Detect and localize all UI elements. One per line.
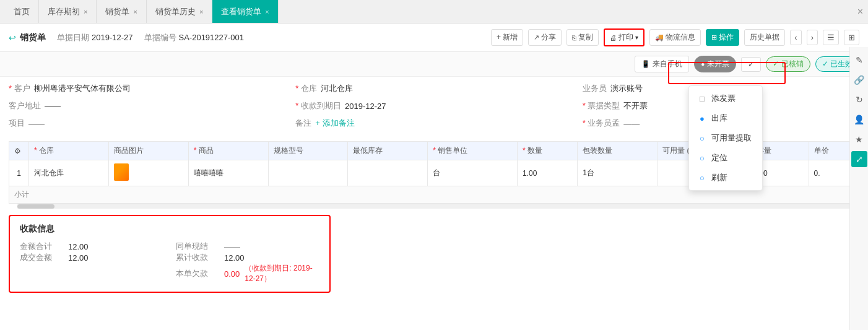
close-tab-inventory-init[interactable]: × <box>84 8 87 15</box>
main-content: ↩ 销货单 单据日期 2019-12-27 单据编号 SA-20191227-0… <box>0 24 868 330</box>
close-window[interactable]: × <box>857 6 863 17</box>
row-spec <box>268 160 348 186</box>
address-label: 客户地址 <box>9 100 41 111</box>
logistics-button[interactable]: 🚚 物流信息 <box>649 29 701 46</box>
not-open-button[interactable]: ● 未开票 <box>694 56 736 72</box>
row-package-qty: 1台 <box>578 160 658 186</box>
from-mobile-button[interactable]: 📱 来自手机 <box>635 56 689 72</box>
dropdown-available-qty[interactable]: ○ 可用量提取 <box>689 128 762 148</box>
staff-value: 演示账号 <box>610 83 643 94</box>
copy-button[interactable]: ⎘ 复制 <box>566 29 599 46</box>
user-circle-icon-btn[interactable]: 👤 <box>851 111 867 128</box>
doc-date-field: 单据日期 2019-12-27 <box>57 32 133 43</box>
close-tab-sales-history[interactable]: × <box>199 8 203 15</box>
payment-date-value: 2019-12-27 <box>345 102 386 111</box>
payment-total-value: 12.00 <box>68 242 89 251</box>
project-label: 项目 <box>9 118 25 129</box>
remark-field: 备注 + 添加备注 <box>295 118 572 129</box>
share-button[interactable]: ↗ 分享 <box>528 29 562 46</box>
dropdown-refresh[interactable]: ○ 刷新 <box>689 168 762 188</box>
row-min-stock <box>348 160 428 186</box>
status-row: 📱 来自手机 ● 未开票 ✓ ✓ 已核销 ✓ 已生效 <box>0 52 868 77</box>
refresh-circle-icon-btn[interactable]: ↻ <box>851 92 867 108</box>
available-qty-icon: ○ <box>698 134 706 142</box>
view-grid-button[interactable]: ⊞ <box>844 30 859 45</box>
payment-cumulative-row: 累计收款 12.00 <box>176 252 319 263</box>
product-thumbnail <box>114 163 129 181</box>
tab-home[interactable]: 首页 <box>5 0 39 23</box>
payment-deal-value: 12.00 <box>68 253 89 263</box>
payment-box: 收款信息 金额合计 12.00 成交金额 12.00 同单现结 —— <box>9 215 331 293</box>
view-list-button[interactable]: ☰ <box>823 30 839 45</box>
row-index: 1 <box>9 160 29 186</box>
salesperson-label: 业务员孟 <box>583 118 620 129</box>
close-tab-view-sales-order[interactable]: × <box>265 8 269 15</box>
close-tab-sales-order[interactable]: × <box>133 8 137 15</box>
tab-inventory-init[interactable]: 库存期初 × <box>39 0 97 23</box>
scroll-indicator[interactable] <box>17 204 851 209</box>
doc-header: ↩ 销货单 单据日期 2019-12-27 单据编号 SA-20191227-0… <box>0 24 868 52</box>
operation-dropdown: □ 添发票 ● 出库 ○ 可用量提取 ○ 定位 ○ 刷新 <box>688 85 763 191</box>
doc-number-field: 单据编号 SA-20191227-001 <box>144 32 245 43</box>
payment-owed-value: 0.00 <box>224 269 240 279</box>
project-value: —— <box>28 119 45 128</box>
tab-bar: 首页 库存期初 × 销货单 × 销货单历史 × 查看销货单 × × <box>0 0 868 24</box>
ticket-type-value: 不开票 <box>623 100 648 111</box>
edit-icon-btn[interactable]: ✎ <box>851 52 867 68</box>
salesperson-value: —— <box>623 119 640 128</box>
operation-button[interactable]: ⊞ 操作 <box>706 29 739 46</box>
row-unit: 台 <box>428 160 518 186</box>
history-button[interactable]: 历史单据 <box>744 29 785 46</box>
payment-deal-label: 成交金额 <box>20 252 63 263</box>
dropdown-available-qty-label: 可用量提取 <box>711 132 752 144</box>
dropdown-locate-label: 定位 <box>711 152 727 163</box>
star-icon-btn[interactable]: ★ <box>851 131 867 147</box>
payment-same-order-row: 同单现结 —— <box>176 241 319 252</box>
outbound-icon: ● <box>698 114 706 123</box>
tab-view-sales-order[interactable]: 查看销货单 × <box>212 0 278 23</box>
print-button[interactable]: 🖨 打印 ▾ <box>604 28 644 46</box>
nav-next-button[interactable]: › <box>807 30 818 45</box>
doc-date-value: 2019-12-27 <box>92 33 133 42</box>
expand-icon-btn[interactable]: ⤢ <box>851 151 867 167</box>
col-unit: 销售单位 <box>428 142 518 160</box>
dropdown-refresh-label: 刷新 <box>711 172 727 183</box>
check-button[interactable]: ✓ <box>741 57 761 72</box>
col-package-qty: 包装数量 <box>578 142 658 160</box>
new-button[interactable]: + 新增 <box>491 29 523 46</box>
row-warehouse: 河北仓库 <box>29 160 109 186</box>
locate-icon: ○ <box>698 154 706 162</box>
payment-same-order-value: —— <box>224 242 240 251</box>
tab-sales-history[interactable]: 销货单历史 × <box>147 0 212 23</box>
yihexiao-button[interactable]: ✓ 已核销 <box>766 56 810 72</box>
doc-number-value: SA-20191227-001 <box>179 33 245 42</box>
doc-title: 销货单 <box>20 32 46 43</box>
dropdown-outbound[interactable]: ● 出库 <box>689 108 762 128</box>
refresh-icon: ○ <box>698 173 706 182</box>
col-quantity: 数量 <box>518 142 578 160</box>
add-remark-button[interactable]: + 添加备注 <box>315 118 354 129</box>
col-warehouse: 仓库 <box>29 142 109 160</box>
payment-date-label: 收款到期日 <box>295 100 341 111</box>
payment-cumulative-label: 累计收款 <box>176 252 219 263</box>
col-gear: ⚙ <box>9 142 29 160</box>
nav-prev-button[interactable]: ‹ <box>790 30 801 45</box>
dropdown-locate[interactable]: ○ 定位 <box>689 148 762 168</box>
payment-total-label: 金额合计 <box>20 241 63 252</box>
row-image <box>108 160 188 186</box>
payment-total-row: 金额合计 12.00 <box>20 241 163 252</box>
link-icon-btn[interactable]: 🔗 <box>851 72 867 88</box>
payment-title: 收款信息 <box>20 224 319 235</box>
dropdown-add-invoice[interactable]: □ 添发票 <box>689 89 762 108</box>
payment-owed-label: 本单欠款 <box>176 268 219 279</box>
tab-sales-order[interactable]: 销货单 × <box>97 0 146 23</box>
address-field: 客户地址 —— <box>9 100 285 111</box>
col-image: 商品图片 <box>108 142 188 160</box>
doc-number-label: 单据编号 <box>144 32 176 43</box>
add-invoice-icon: □ <box>698 94 706 103</box>
doc-date-label: 单据日期 <box>57 32 89 43</box>
payment-same-order-label: 同单现结 <box>176 241 219 252</box>
dropdown-add-invoice-label: 添发票 <box>711 93 736 104</box>
customer-label: 客户 <box>9 83 30 94</box>
staff-label: 业务员 <box>583 83 607 94</box>
